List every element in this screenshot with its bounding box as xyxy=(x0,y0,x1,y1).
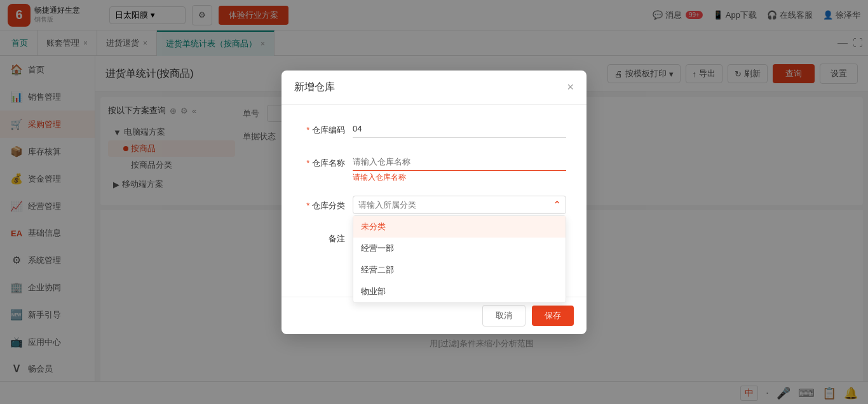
form-row-category: * 仓库分类 ⌃ 未分类 经营一部 经营二部 物业部 xyxy=(302,196,566,216)
category-field: ⌃ 未分类 经营一部 经营二部 物业部 xyxy=(353,196,566,214)
dialog-close-button[interactable]: × xyxy=(567,81,574,94)
notes-label: 备注 xyxy=(302,229,353,249)
name-error-msg: 请输入仓库名称 xyxy=(353,172,566,183)
name-label: * 仓库名称 xyxy=(302,153,353,173)
category-dropdown: 未分类 经营一部 经营二部 物业部 xyxy=(353,215,566,303)
dropdown-item-property[interactable]: 物业部 xyxy=(353,281,566,302)
dialog-body: * 仓库编码 * 仓库名称 请输入仓库名称 xyxy=(281,105,587,297)
form-row-name: * 仓库名称 请输入仓库名称 xyxy=(302,153,566,183)
new-warehouse-dialog: 新增仓库 × * 仓库编码 * 仓库名称 xyxy=(281,71,587,334)
category-dropdown-arrow[interactable]: ⌃ xyxy=(553,199,561,211)
name-field: 请输入仓库名称 xyxy=(353,153,566,183)
dropdown-item-dept1[interactable]: 经营一部 xyxy=(353,238,566,259)
category-input[interactable] xyxy=(353,196,566,214)
save-button[interactable]: 保存 xyxy=(532,306,574,326)
dropdown-item-uncategorized[interactable]: 未分类 xyxy=(353,216,566,238)
code-label: * 仓库编码 xyxy=(302,120,353,140)
modal-overlay: 新增仓库 × * 仓库编码 * 仓库名称 xyxy=(0,0,868,404)
code-input[interactable] xyxy=(353,120,566,138)
name-input[interactable] xyxy=(353,153,566,171)
category-label: * 仓库分类 xyxy=(302,196,353,216)
dialog-title: 新增仓库 xyxy=(294,81,335,94)
dropdown-item-dept2[interactable]: 经营二部 xyxy=(353,259,566,281)
cancel-button[interactable]: 取消 xyxy=(482,305,526,327)
form-row-code: * 仓库编码 xyxy=(302,120,566,140)
dialog-header: 新增仓库 × xyxy=(281,71,587,105)
code-field xyxy=(353,120,566,138)
